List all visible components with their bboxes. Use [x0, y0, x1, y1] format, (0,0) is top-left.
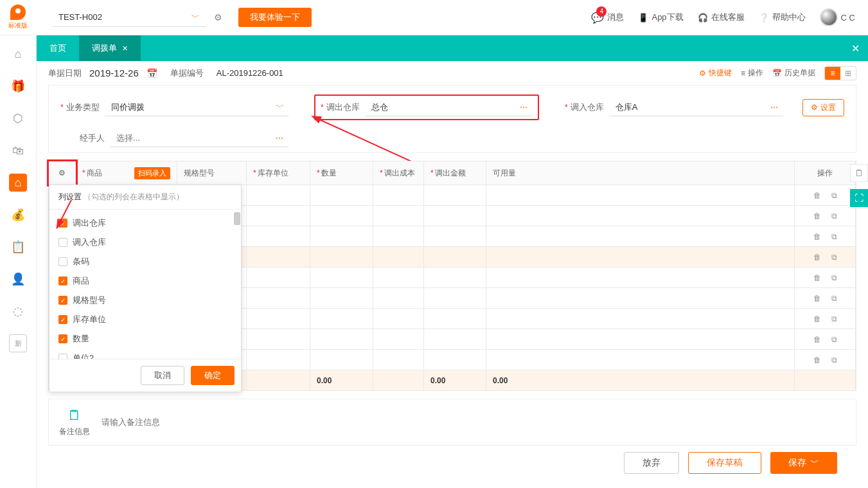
trial-button[interactable]: 我要体验一下 — [238, 8, 312, 27]
close-icon[interactable]: ✕ — [122, 44, 128, 53]
logo-icon — [10, 5, 26, 20]
copy-icon[interactable]: ⧉ — [831, 314, 837, 323]
tab-home[interactable]: 首页 — [37, 35, 79, 61]
discard-button[interactable]: 放弃 — [624, 452, 679, 474]
close-all-tabs[interactable]: ✕ — [842, 35, 868, 61]
settings-button[interactable]: ⚙ 设置 — [802, 99, 844, 116]
messages-link[interactable]: 💬 4 消息 — [591, 12, 624, 24]
sidebar-money-icon[interactable]: 💰 — [9, 206, 27, 224]
user-menu[interactable]: C C — [820, 8, 855, 26]
more-icon[interactable]: ⋯ — [520, 103, 529, 112]
copy-icon[interactable]: ⧉ — [831, 232, 837, 241]
col-option[interactable]: ✓商品 — [49, 271, 241, 291]
col-option[interactable]: 调入仓库 — [49, 233, 241, 252]
popup-title: 列设置 — [58, 192, 82, 201]
expand-button[interactable]: ⛶ — [850, 189, 868, 207]
sidebar-warehouse-icon[interactable]: ⌂ — [9, 174, 27, 192]
sidebar-gift-icon[interactable]: 🎁 — [9, 77, 27, 95]
more-icon[interactable]: ⋯ — [276, 134, 285, 143]
col-option[interactable]: ✓库存单位 — [49, 310, 241, 329]
operate-link[interactable]: ≡操作 — [741, 68, 763, 78]
handler-input[interactable] — [110, 129, 288, 147]
col-option[interactable]: ✓数量 — [49, 329, 241, 348]
col-option[interactable]: 单位2 — [49, 348, 241, 359]
list-view-icon[interactable]: ≡ — [825, 67, 840, 80]
main-area: 首页 调拨单 ✕ ✕ 单据日期 2019-12-26 📅 单据编号 AL-201… — [37, 35, 868, 488]
org-settings-icon[interactable]: ⚙ — [214, 12, 222, 23]
copy-icon[interactable]: ⧉ — [831, 356, 837, 365]
confirm-button[interactable]: 确定 — [191, 366, 235, 385]
app-download-link[interactable]: 📱 App下载 — [638, 12, 683, 23]
delete-icon[interactable]: 🗑 — [813, 314, 821, 323]
help-link[interactable]: ❔ 帮助中心 — [759, 12, 806, 23]
chevron-down-icon: ﹀ — [810, 457, 819, 469]
copy-icon[interactable]: ⧉ — [831, 273, 837, 282]
delete-icon[interactable]: 🗑 — [813, 232, 821, 241]
sidebar-contact-icon[interactable]: 👤 — [9, 270, 27, 288]
tab-transfer[interactable]: 调拨单 ✕ — [79, 35, 141, 61]
document-header: 单据日期 2019-12-26 📅 单据编号 AL-20191226-001 ⚙… — [48, 61, 856, 86]
out-warehouse-input[interactable] — [365, 98, 533, 116]
delete-icon[interactable]: 🗑 — [813, 294, 821, 303]
org-selector[interactable]: TEST-H002 ﹀ — [52, 8, 206, 27]
in-warehouse-input[interactable] — [609, 98, 783, 116]
table-header: ⚙ *商品扫码录入 规格型号 *库存单位 *数量 *调出成本 *调出金额 可用量… — [49, 161, 856, 185]
delete-icon[interactable]: 🗑 — [813, 191, 821, 200]
col-option[interactable]: ✓调出仓库 — [49, 213, 241, 233]
org-name: TEST-H002 — [58, 12, 102, 22]
app-header: 标准版 TEST-H002 ﹀ ⚙ 我要体验一下 💬 4 消息 📱 App下载 … — [0, 0, 868, 35]
copy-icon[interactable]: ⧉ — [831, 294, 837, 303]
support-link[interactable]: 🎧 在线客服 — [698, 12, 745, 23]
history-link[interactable]: 📅历史单据 — [772, 68, 815, 78]
delete-icon[interactable]: 🗑 — [813, 212, 821, 221]
sidebar-clipboard-icon[interactable]: 📋 — [9, 238, 27, 256]
chevron-down-icon[interactable]: ﹀ — [276, 102, 285, 113]
sidebar: ⌂ 🎁 ⬡ 🛍 ⌂ 💰 📋 👤 ◌ 新 — [0, 35, 37, 488]
sidebar-sync-icon[interactable]: ◌ — [9, 302, 27, 320]
biz-type-input[interactable] — [105, 98, 288, 116]
logo-text: 标准版 — [8, 21, 28, 30]
popup-list: ✓调出仓库 调入仓库 条码 ✓商品 ✓规格型号 ✓库存单位 ✓数量 单位2 — [49, 210, 241, 359]
list-icon: ≡ — [741, 69, 745, 78]
note-icon: 🗒 — [67, 407, 82, 424]
col-option[interactable]: 条码 — [49, 252, 241, 271]
sidebar-new-icon[interactable]: 新 — [9, 334, 27, 352]
help-icon: ❔ — [759, 13, 769, 23]
logo[interactable]: 标准版 — [0, 5, 36, 30]
remarks-input[interactable] — [102, 417, 846, 427]
col-option[interactable]: ✓规格型号 — [49, 291, 241, 310]
delete-icon[interactable]: 🗑 — [813, 253, 821, 262]
grid-view-icon[interactable]: ⊞ — [840, 67, 856, 80]
copy-icon[interactable]: ⧉ — [831, 212, 837, 221]
delete-icon[interactable]: 🗑 — [813, 356, 821, 365]
delete-icon[interactable]: 🗑 — [813, 273, 821, 282]
scrollbar[interactable] — [234, 212, 240, 225]
tab-bar: 首页 调拨单 ✕ ✕ — [37, 35, 868, 61]
cancel-button[interactable]: 取消 — [141, 366, 184, 385]
popup-hint: （勾选的列会在表格中显示） — [84, 192, 184, 201]
avatar — [820, 8, 838, 26]
shortcut-link[interactable]: ⚙快捷键 — [699, 68, 732, 78]
save-draft-button[interactable]: 保存草稿 — [688, 452, 761, 474]
footer-amount: 0.00 — [424, 370, 486, 390]
sidebar-bag-icon[interactable]: 🛍 — [9, 141, 27, 159]
calendar-icon[interactable]: 📅 — [146, 68, 157, 78]
doc-no-label: 单据编号 — [170, 68, 204, 79]
sidebar-sale-icon[interactable]: ⬡ — [9, 109, 27, 127]
action-footer: 放弃 保存草稿 保存﹀ — [48, 446, 856, 480]
copy-icon[interactable]: ⧉ — [831, 253, 837, 262]
copy-icon[interactable]: ⧉ — [831, 335, 837, 344]
out-warehouse-field: * 调出仓库 ⋯ — [321, 98, 533, 116]
copy-icon[interactable]: ⧉ — [831, 191, 837, 200]
delete-icon[interactable]: 🗑 — [813, 335, 821, 344]
save-button[interactable]: 保存﹀ — [770, 452, 837, 474]
column-settings-button[interactable]: ⚙ — [49, 161, 76, 185]
more-icon[interactable]: ⋯ — [770, 103, 779, 112]
in-warehouse-field: * 调入仓库 ⋯ — [565, 98, 783, 116]
side-note-button[interactable]: 🗒 — [850, 164, 868, 182]
out-warehouse-highlight: * 调出仓库 ⋯ — [314, 95, 539, 120]
sidebar-home-icon[interactable]: ⌂ — [9, 45, 27, 63]
doc-date-value[interactable]: 2019-12-26 — [89, 68, 139, 78]
calendar-icon: 📅 — [772, 69, 782, 78]
scan-button[interactable]: 扫码录入 — [134, 167, 170, 179]
